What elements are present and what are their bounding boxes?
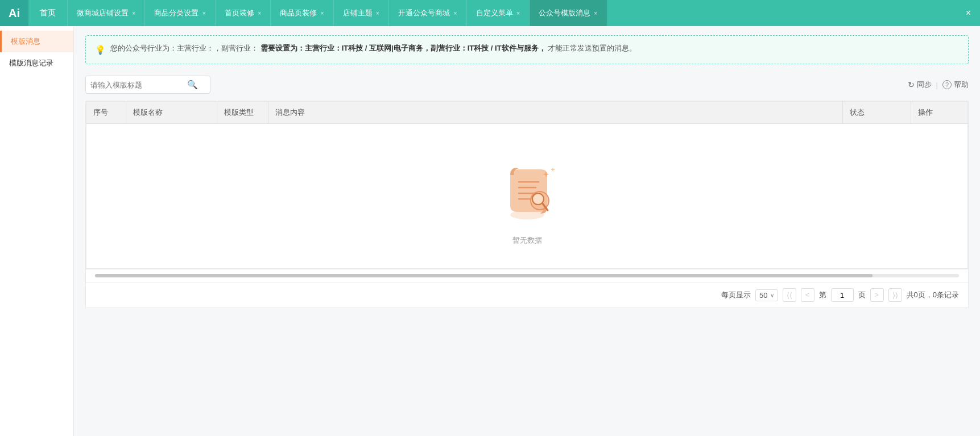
page-number-input[interactable] bbox=[831, 288, 854, 302]
nav-tab-label-template-message: 公众号模版消息 bbox=[539, 8, 590, 18]
main-layout: 模版消息模版消息记录 💡 您的公众号行业为：主营行业：，副营行业： 需要设置为：… bbox=[0, 26, 980, 436]
nav-tab-label-weshop-settings: 微商城店铺设置 bbox=[77, 8, 129, 18]
table-header-index: 序号 bbox=[86, 102, 126, 124]
total-info: 共0页，0条记录 bbox=[907, 290, 959, 300]
pagination: 每页显示 50 ∨ ⟨⟨ < 第 页 > ⟩⟩ 共0页，0条记录 bbox=[86, 282, 968, 308]
page-size-select[interactable]: 50 ∨ bbox=[755, 289, 778, 301]
table-header-action: 操作 bbox=[911, 102, 968, 124]
toolbar-right: ↻ 同步 | ? 帮助 bbox=[908, 80, 969, 90]
empty-state: 暂无数据 bbox=[86, 124, 967, 268]
nav-tab-label-home-decoration: 首页装修 bbox=[225, 8, 254, 18]
nav-tab-close-custom-menu[interactable]: × bbox=[516, 10, 520, 16]
nav-tab-home[interactable]: 首页 bbox=[28, 0, 68, 26]
close-all-tabs-button[interactable]: × bbox=[957, 0, 980, 26]
data-table: 序号模版名称模版类型消息内容状态操作 bbox=[86, 101, 968, 269]
search-box: 🔍 bbox=[85, 76, 210, 94]
sync-icon: ↻ bbox=[908, 80, 915, 89]
data-table-wrapper: 序号模版名称模版类型消息内容状态操作 bbox=[85, 101, 969, 308]
empty-text: 暂无数据 bbox=[512, 235, 542, 246]
table-header-name: 模版名称 bbox=[126, 102, 217, 124]
horizontal-scrollbar[interactable] bbox=[86, 269, 968, 282]
nav-tab-custom-menu[interactable]: 自定义菜单× bbox=[467, 0, 530, 26]
nav-tab-open-wechat-mall[interactable]: 开通公众号商城× bbox=[389, 0, 466, 26]
nav-tab-weshop-settings[interactable]: 微商城店铺设置× bbox=[68, 0, 145, 26]
help-button[interactable]: ? 帮助 bbox=[942, 80, 969, 90]
scroll-thumb[interactable] bbox=[95, 274, 873, 277]
prev-page-button[interactable]: < bbox=[801, 288, 814, 302]
nav-tabs-container: 首页微商城店铺设置×商品分类设置×首页装修×商品页装修×店铺主题×开通公众号商城… bbox=[28, 0, 957, 26]
info-banner-highlight: 需要设置为：主营行业：IT科技 / 互联网|电子商务，副营行业：IT科技 / I… bbox=[260, 44, 546, 52]
nav-tab-close-template-message[interactable]: × bbox=[594, 10, 597, 16]
search-input[interactable] bbox=[90, 81, 187, 89]
toolbar: 🔍 ↻ 同步 | ? 帮助 bbox=[85, 76, 969, 94]
nav-tab-close-product-decoration[interactable]: × bbox=[320, 10, 324, 16]
page-label-before: 第 bbox=[819, 290, 826, 300]
top-nav-bar: Ai 首页微商城店铺设置×商品分类设置×首页装修×商品页装修×店铺主题×开通公众… bbox=[0, 0, 980, 26]
nav-tab-label-open-wechat-mall: 开通公众号商城 bbox=[398, 8, 450, 18]
nav-tab-home-decoration[interactable]: 首页装修× bbox=[216, 0, 271, 26]
nav-tab-close-store-theme[interactable]: × bbox=[376, 10, 379, 16]
content-area: 💡 您的公众号行业为：主营行业：，副营行业： 需要设置为：主营行业：IT科技 /… bbox=[74, 26, 980, 436]
page-size-label: 每页显示 bbox=[721, 290, 751, 300]
nav-tab-label-product-decoration: 商品页装修 bbox=[280, 8, 317, 18]
bulb-icon: 💡 bbox=[95, 43, 106, 57]
nav-tab-label-category-settings: 商品分类设置 bbox=[154, 8, 199, 18]
page-size-value: 50 bbox=[759, 291, 767, 300]
info-banner: 💡 您的公众号行业为：主营行业：，副营行业： 需要设置为：主营行业：IT科技 /… bbox=[85, 35, 969, 64]
nav-tab-label-store-theme: 店铺主题 bbox=[343, 8, 373, 18]
nav-tab-template-message[interactable]: 公众号模版消息× bbox=[530, 0, 607, 26]
nav-tab-store-theme[interactable]: 店铺主题× bbox=[334, 0, 389, 26]
sidebar: 模版消息模版消息记录 bbox=[0, 26, 74, 436]
sync-button[interactable]: ↻ 同步 bbox=[908, 80, 932, 90]
app-logo: Ai bbox=[0, 0, 28, 26]
nav-tab-label-home: 首页 bbox=[40, 8, 56, 18]
nav-tab-category-settings[interactable]: 商品分类设置× bbox=[145, 0, 215, 26]
nav-tab-close-open-wechat-mall[interactable]: × bbox=[453, 10, 457, 16]
empty-icon bbox=[493, 158, 561, 226]
sidebar-item-template-message-log[interactable]: 模版消息记录 bbox=[0, 52, 73, 74]
first-page-button[interactable]: ⟨⟨ bbox=[783, 288, 796, 302]
last-page-button[interactable]: ⟩⟩ bbox=[888, 288, 902, 302]
nav-tab-product-decoration[interactable]: 商品页装修× bbox=[271, 0, 333, 26]
sidebar-item-template-message[interactable]: 模版消息 bbox=[0, 31, 73, 52]
nav-tab-close-home-decoration[interactable]: × bbox=[258, 10, 261, 16]
table-header-status: 状态 bbox=[843, 102, 911, 124]
page-size-chevron: ∨ bbox=[770, 292, 774, 298]
next-page-button[interactable]: > bbox=[870, 288, 884, 302]
nav-tab-close-category-settings[interactable]: × bbox=[202, 10, 205, 16]
nav-tab-close-weshop-settings[interactable]: × bbox=[132, 10, 135, 16]
info-banner-text: 您的公众号行业为：主营行业：，副营行业： 需要设置为：主营行业：IT科技 / 互… bbox=[110, 43, 636, 55]
table-header-content: 消息内容 bbox=[268, 102, 843, 124]
table-header-type: 模版类型 bbox=[217, 102, 268, 124]
nav-tab-label-custom-menu: 自定义菜单 bbox=[476, 8, 513, 18]
search-icon[interactable]: 🔍 bbox=[187, 80, 198, 90]
page-label-after: 页 bbox=[858, 290, 866, 300]
help-icon: ? bbox=[942, 80, 952, 89]
toolbar-divider: | bbox=[936, 81, 938, 89]
scroll-track[interactable] bbox=[95, 274, 959, 277]
